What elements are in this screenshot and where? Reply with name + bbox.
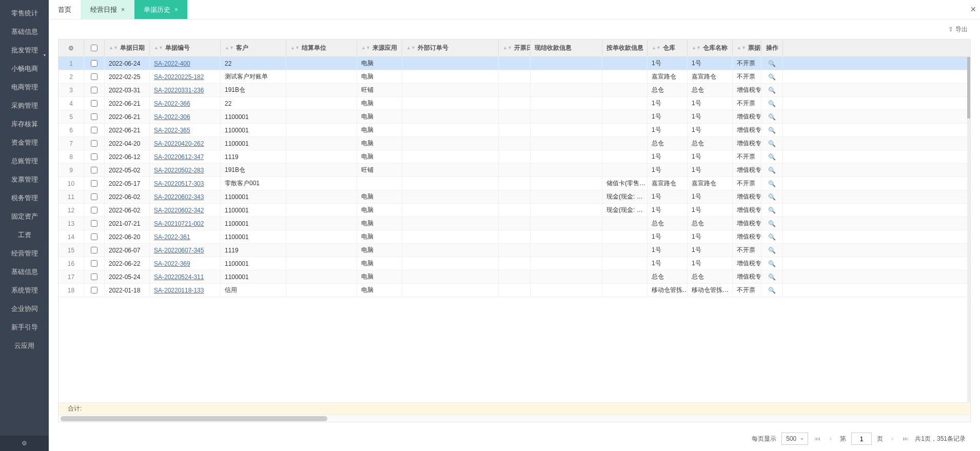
next-page-button[interactable]: ›: [888, 435, 896, 442]
table-row[interactable]: 92022-05-02SA-20220502-283191B仓旺铺1号1号增值税…: [58, 164, 970, 177]
col-cash-info[interactable]: 现结收款信息: [531, 40, 602, 56]
checkbox[interactable]: [91, 60, 97, 67]
table-row[interactable]: 122022-06-02SA-20220602-3421100001电脑现金(现…: [58, 204, 970, 217]
col-settle-unit[interactable]: ▲▼结算单位: [286, 40, 357, 56]
search-icon[interactable]: 🔍: [768, 113, 776, 121]
search-icon[interactable]: 🔍: [768, 287, 776, 294]
search-icon[interactable]: 🔍: [768, 100, 776, 107]
doc-link[interactable]: SA-2022-361: [154, 233, 190, 241]
col-warehouse[interactable]: ▲▼仓库: [648, 40, 688, 56]
sidebar-item[interactable]: 批发管理▾: [0, 41, 49, 60]
sidebar-item[interactable]: 工资: [0, 226, 49, 244]
search-icon[interactable]: 🔍: [768, 233, 776, 241]
checkbox[interactable]: [91, 273, 97, 280]
sidebar-item[interactable]: 经营管理: [0, 244, 49, 263]
table-row[interactable]: 152022-06-07SA-20220607-3451119电脑1号1号不开票…: [58, 244, 970, 257]
scrollbar-thumb[interactable]: [967, 57, 970, 119]
sidebar-item[interactable]: 系统管理: [0, 281, 49, 300]
col-doc-no[interactable]: ▲▼单据编号: [150, 40, 221, 56]
h-scrollbar[interactable]: [58, 415, 970, 422]
tab-home[interactable]: 首页: [49, 0, 81, 19]
table-row[interactable]: 142022-06-20SA-2022-3611100001电脑1号1号增值税专…: [58, 230, 970, 244]
search-icon[interactable]: 🔍: [768, 260, 776, 267]
col-customer[interactable]: ▲▼客户: [221, 40, 286, 56]
checkbox[interactable]: [91, 287, 97, 293]
sidebar-item[interactable]: 电商管理: [0, 78, 49, 96]
sidebar-item[interactable]: 发票管理: [0, 170, 49, 189]
table-row[interactable]: 22022-02-25SA-20220225-182测试客户对账单电脑嘉宣路仓嘉…: [58, 70, 970, 84]
checkbox[interactable]: [91, 180, 97, 187]
table-row[interactable]: 42022-06-21SA-2022-36622电脑1号1号不开票🔍: [58, 97, 970, 110]
doc-link[interactable]: SA-20220225-182: [154, 73, 204, 81]
sidebar-item[interactable]: 基础信息: [0, 23, 49, 41]
checkbox[interactable]: [91, 207, 97, 213]
doc-link[interactable]: SA-20220517-303: [154, 180, 204, 187]
sidebar-item[interactable]: 新手引导: [0, 318, 49, 337]
close-icon[interactable]: ×: [174, 6, 178, 13]
doc-link[interactable]: SA-20220502-283: [154, 167, 204, 174]
table-row[interactable]: 62022-06-21SA-2022-3651100001电脑1号1号增值税专🔍: [58, 124, 970, 137]
search-icon[interactable]: 🔍: [768, 167, 776, 174]
col-bill-date[interactable]: ▲▼开票日期: [499, 40, 531, 56]
checkbox[interactable]: [91, 45, 97, 51]
search-icon[interactable]: 🔍: [768, 127, 776, 134]
search-icon[interactable]: 🔍: [768, 247, 776, 254]
checkbox[interactable]: [91, 87, 97, 93]
table-row[interactable]: 162022-06-22SA-2022-3691100001电脑1号1号增值税专…: [58, 257, 970, 270]
col-warehouse-name[interactable]: ▲▼仓库名称: [688, 40, 733, 56]
sidebar-item[interactable]: 云应用: [0, 337, 49, 355]
doc-link[interactable]: SA-20220602-343: [154, 193, 204, 201]
search-icon[interactable]: 🔍: [768, 180, 776, 187]
checkbox[interactable]: [91, 193, 97, 200]
checkbox[interactable]: [91, 220, 97, 227]
doc-link[interactable]: SA-20220524-311: [154, 273, 204, 281]
table-row[interactable]: 12022-06-24SA-2022-40022电脑1号1号不开票🔍: [58, 57, 970, 70]
h-scroll-thumb[interactable]: [61, 416, 327, 421]
doc-link[interactable]: SA-2022-366: [154, 100, 190, 107]
checkbox[interactable]: [91, 260, 97, 267]
search-icon[interactable]: 🔍: [768, 140, 776, 147]
checkbox[interactable]: [91, 140, 97, 147]
prev-page-button[interactable]: ‹: [827, 435, 835, 442]
sidebar-item[interactable]: 固定资产: [0, 207, 49, 226]
table-row[interactable]: 72022-04-20SA-20220420-2621100001电脑总仓总仓增…: [58, 137, 970, 150]
search-icon[interactable]: 🔍: [768, 273, 776, 281]
sidebar-item[interactable]: 企业协同: [0, 300, 49, 318]
checkbox[interactable]: [91, 167, 97, 173]
sidebar-item[interactable]: 库存核算: [0, 115, 49, 133]
search-icon[interactable]: 🔍: [768, 60, 776, 67]
doc-link[interactable]: SA-2022-400: [154, 60, 190, 67]
doc-link[interactable]: SA-20220118-133: [154, 287, 204, 294]
search-icon[interactable]: 🔍: [768, 193, 776, 201]
checkbox[interactable]: [91, 127, 97, 133]
search-icon[interactable]: 🔍: [768, 73, 776, 81]
table-row[interactable]: 52022-06-21SA-2022-3061100001电脑1号1号增值税专🔍: [58, 110, 970, 124]
tab-document-history[interactable]: 单据历史 ×: [134, 0, 188, 19]
per-page-select[interactable]: 500: [781, 433, 808, 445]
checkbox[interactable]: [91, 233, 97, 240]
checkbox[interactable]: [91, 153, 97, 160]
table-row[interactable]: 82022-06-12SA-20220612-3471119电脑1号1号不开票🔍: [58, 150, 970, 164]
col-select-all[interactable]: [84, 40, 105, 56]
table-row[interactable]: 132021-07-21SA-20210721-0021100001电脑总仓总仓…: [58, 217, 970, 230]
doc-link[interactable]: SA-20220607-345: [154, 247, 204, 254]
search-icon[interactable]: 🔍: [768, 207, 776, 214]
sidebar-item[interactable]: 资金管理: [0, 133, 49, 152]
sidebar-item[interactable]: 零售统计: [0, 4, 49, 23]
doc-link[interactable]: SA-20220420-262: [154, 140, 204, 147]
col-ext-order[interactable]: ▲▼外部订单号: [402, 40, 499, 56]
sidebar-settings[interactable]: ⚙: [0, 436, 49, 451]
sidebar-item[interactable]: 采购管理: [0, 96, 49, 115]
first-page-button[interactable]: ⏮: [813, 435, 821, 442]
tab-business-daily[interactable]: 经营日报 ×: [81, 0, 134, 19]
doc-link[interactable]: SA-2022-365: [154, 127, 190, 134]
sidebar-item[interactable]: 基础信息: [0, 263, 49, 281]
search-icon[interactable]: 🔍: [768, 220, 776, 227]
col-config[interactable]: ⚙: [58, 40, 84, 56]
doc-link[interactable]: SA-20220602-342: [154, 207, 204, 214]
table-row[interactable]: 182022-01-18SA-20220118-133信用电脑移动仓管拣…移动仓…: [58, 284, 970, 297]
export-button[interactable]: ⇪ 导出: [948, 25, 968, 34]
col-invoice-type[interactable]: ▲▼票据类: [733, 40, 761, 56]
checkbox[interactable]: [91, 73, 97, 80]
checkbox[interactable]: [91, 113, 97, 120]
